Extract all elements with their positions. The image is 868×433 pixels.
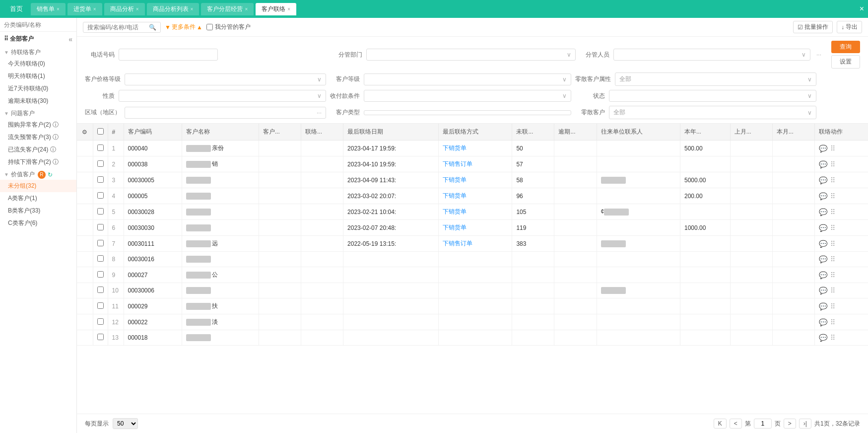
row-checkbox-9[interactable] xyxy=(93,283,108,298)
grid-icon-11[interactable]: ⠿ xyxy=(830,318,835,326)
th-name[interactable]: 客户名称 xyxy=(182,124,259,141)
sidebar-item-churned[interactable]: 已流失客户(24) ⓘ xyxy=(0,144,76,156)
row-checkbox-3[interactable] xyxy=(93,188,108,204)
th-last-date[interactable]: 最后联络日期 xyxy=(343,124,439,141)
grid-icon-8[interactable]: ⠿ xyxy=(830,271,835,279)
region-select[interactable]: ··· xyxy=(125,107,326,119)
th-overdue[interactable]: 逾期... xyxy=(554,124,597,141)
chat-icon-5[interactable]: 💬 xyxy=(819,224,827,232)
nav-home[interactable]: 首页 xyxy=(4,4,29,13)
row-checkbox-7[interactable] xyxy=(93,252,108,267)
sidebar-item-7days[interactable]: 近7天待联络(0) xyxy=(0,82,76,95)
status-select[interactable]: ∨ xyxy=(609,90,816,102)
query-button[interactable]: 查询 xyxy=(831,41,860,53)
row-checkbox-2[interactable] xyxy=(93,172,108,188)
payment-select[interactable]: ∨ xyxy=(364,90,571,102)
nav-tab-contact[interactable]: 客户联络 × xyxy=(256,3,296,15)
retail-attr-select[interactable]: 全部 ∨ xyxy=(615,72,816,86)
th-code[interactable]: 客户编码 xyxy=(124,124,182,141)
grid-icon-0[interactable]: ⠿ xyxy=(830,144,835,152)
nav-tab-analysis-list[interactable]: 商品分析列表 × xyxy=(147,3,200,15)
row-method-link-3[interactable]: 下销货单 xyxy=(443,192,467,199)
th-checkbox[interactable] xyxy=(93,124,108,141)
th-counterpart[interactable]: 往来单位联系人 xyxy=(597,124,680,141)
pending-contact-group[interactable]: ▼ 待联络客户 xyxy=(0,46,76,58)
chat-icon-3[interactable]: 💬 xyxy=(819,192,827,200)
reset-button[interactable]: 设置 xyxy=(831,55,860,69)
row-checkbox-6[interactable] xyxy=(93,236,108,252)
page-number-input[interactable] xyxy=(754,419,772,429)
sidebar-item-a-class[interactable]: A类客户(1) xyxy=(0,192,76,205)
export-button[interactable]: ↓ 导出 xyxy=(837,21,862,33)
chat-icon-9[interactable]: 💬 xyxy=(819,287,827,294)
price-level-select[interactable]: ∨ xyxy=(125,73,326,85)
prev-page-button[interactable]: < xyxy=(730,419,742,429)
th-unlisted[interactable]: 未联... xyxy=(512,124,554,141)
my-customers-filter[interactable]: 我分管的客户 xyxy=(206,23,251,31)
close-contact-tab[interactable]: × xyxy=(287,6,290,12)
row-checkbox-5[interactable] xyxy=(93,220,108,236)
customer-type-select[interactable] xyxy=(364,110,571,115)
refresh-icon[interactable]: ↻ xyxy=(48,171,53,178)
row-method-link-1[interactable]: 下销售订单 xyxy=(443,160,472,167)
row-method-link-6[interactable]: 下销售订单 xyxy=(443,240,472,247)
chat-icon-8[interactable]: 💬 xyxy=(819,271,827,279)
row-method-link-5[interactable]: 下销货单 xyxy=(443,224,467,231)
grid-icon-2[interactable]: ⠿ xyxy=(830,176,835,184)
grid-icon-10[interactable]: ⠿ xyxy=(830,302,835,310)
main-search-icon[interactable]: 🔍 xyxy=(149,24,156,31)
sidebar-item-hoarding[interactable]: 囤购异常客户(2) ⓘ xyxy=(0,119,76,131)
chat-icon-10[interactable]: 💬 xyxy=(819,302,827,310)
grid-icon-6[interactable]: ⠿ xyxy=(830,240,835,248)
my-customers-checkbox[interactable] xyxy=(206,24,213,30)
row-checkbox-10[interactable] xyxy=(93,298,108,314)
close-analysis-tab[interactable]: × xyxy=(136,6,139,12)
window-close-button[interactable]: × xyxy=(860,4,864,13)
first-page-button[interactable]: K xyxy=(714,419,727,429)
chat-icon-2[interactable]: 💬 xyxy=(819,176,827,184)
chat-icon-1[interactable]: 💬 xyxy=(819,160,827,168)
sidebar-item-declining[interactable]: 持续下滑客户(2) ⓘ xyxy=(0,156,76,168)
sidebar-item-b-class[interactable]: B类客户(33) xyxy=(0,205,76,217)
row-method-link-4[interactable]: 下销货单 xyxy=(443,208,467,215)
all-customers-header[interactable]: ⠿ 全部客户 « xyxy=(0,32,76,46)
th-this-month[interactable]: 本月... xyxy=(772,124,814,141)
sidebar-item-churn-warning[interactable]: 流失预警客户(3) ⓘ xyxy=(0,131,76,144)
th-last-method[interactable]: 最后联络方式 xyxy=(439,124,512,141)
row-method-link-2[interactable]: 下销货单 xyxy=(443,176,467,183)
close-analysis-list-tab[interactable]: × xyxy=(191,6,194,12)
th-last-month[interactable]: 上月... xyxy=(730,124,772,141)
nav-tab-purchase[interactable]: 进货单 × xyxy=(67,3,102,15)
chat-icon-4[interactable]: 💬 xyxy=(819,208,827,216)
per-page-select[interactable]: 50 20 100 xyxy=(113,418,138,429)
th-customer-type-col[interactable]: 客户... xyxy=(259,124,301,141)
grid-icon-4[interactable]: ⠿ xyxy=(830,208,835,216)
row-checkbox-4[interactable] xyxy=(93,204,108,220)
manager-select[interactable]: ∨ xyxy=(613,49,810,61)
nature-select[interactable]: ∨ xyxy=(119,90,326,102)
sidebar-item-c-class[interactable]: C类客户(6) xyxy=(0,217,76,229)
dept-select[interactable]: ∨ xyxy=(366,49,576,61)
th-settings[interactable]: ⚙ xyxy=(77,124,93,141)
problem-customer-group[interactable]: ▼ 问题客户 xyxy=(0,107,76,119)
grid-icon-12[interactable]: ⠿ xyxy=(830,334,835,342)
close-crm-tab[interactable]: × xyxy=(245,6,248,12)
row-checkbox-11[interactable] xyxy=(93,314,108,330)
grid-icon-7[interactable]: ⠿ xyxy=(830,255,835,263)
phone-input[interactable] xyxy=(119,49,218,61)
row-checkbox-1[interactable] xyxy=(93,156,108,172)
grid-icon-9[interactable]: ⠿ xyxy=(830,287,835,294)
batch-ops-button[interactable]: ☑ 批量操作 xyxy=(793,21,833,33)
last-page-button[interactable]: ›| xyxy=(799,419,811,429)
retail-customer-select[interactable]: 全部 ∨ xyxy=(609,106,816,119)
row-checkbox-0[interactable] xyxy=(93,141,108,156)
close-purchase-tab[interactable]: × xyxy=(93,6,96,12)
th-contact[interactable]: 联络... xyxy=(301,124,343,141)
chat-icon-11[interactable]: 💬 xyxy=(819,318,827,326)
sidebar-item-today[interactable]: 今天待联络(0) xyxy=(0,58,76,70)
sidebar-item-overdue[interactable]: 逾期未联络(30) xyxy=(0,95,76,107)
chat-icon-6[interactable]: 💬 xyxy=(819,240,827,248)
chat-icon-7[interactable]: 💬 xyxy=(819,255,827,263)
chat-icon-0[interactable]: 💬 xyxy=(819,144,827,152)
manager-dots[interactable]: ··· xyxy=(814,51,823,58)
